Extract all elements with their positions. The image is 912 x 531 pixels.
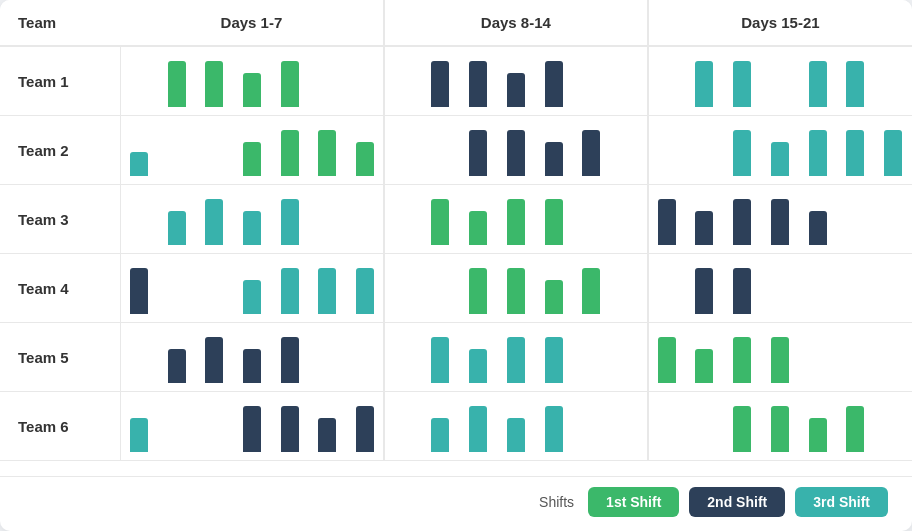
schedule-table: Team Days 1-7 Days 8-14 Days 15-21 Team … [0, 0, 912, 461]
slot-t1-d11 [497, 46, 535, 116]
shift1-button[interactable]: 1st Shift [588, 487, 679, 517]
slot-t6-d2 [158, 392, 196, 461]
slot-t6-d1 [120, 392, 158, 461]
slot-t3-d6 [309, 185, 347, 254]
slot-t6-d12 [535, 392, 573, 461]
slot-t2-d16 [686, 116, 724, 185]
slot-t6-d5 [271, 392, 309, 461]
slot-t2-d8 [384, 116, 422, 185]
slot-t5-d1 [120, 323, 158, 392]
slot-t6-d21 [874, 392, 912, 461]
slot-t5-d15 [648, 323, 686, 392]
slot-t6-d18 [761, 392, 799, 461]
slot-t6-d8 [384, 392, 422, 461]
table-row: Team 4 [0, 254, 912, 323]
slot-t1-d3 [195, 46, 233, 116]
slot-t1-d1 [120, 46, 158, 116]
slot-t2-d18 [761, 116, 799, 185]
slot-t3-d10 [459, 185, 497, 254]
slot-t6-d9 [422, 392, 460, 461]
table-row: Team 3 [0, 185, 912, 254]
slot-t1-d15 [648, 46, 686, 116]
slot-t1-d17 [723, 46, 761, 116]
slot-t3-d11 [497, 185, 535, 254]
slot-t5-d5 [271, 323, 309, 392]
slot-t2-d19 [799, 116, 837, 185]
team-label: Team 6 [0, 392, 120, 461]
slot-t5-d18 [761, 323, 799, 392]
days-1-7-header: Days 1-7 [120, 0, 384, 46]
slot-t6-d16 [686, 392, 724, 461]
slot-t4-d6 [309, 254, 347, 323]
slot-t5-d3 [195, 323, 233, 392]
slot-t3-d3 [195, 185, 233, 254]
slot-t5-d17 [723, 323, 761, 392]
slot-t4-d5 [271, 254, 309, 323]
slot-t2-d5 [271, 116, 309, 185]
slot-t1-d19 [799, 46, 837, 116]
slot-t2-d4 [233, 116, 271, 185]
slot-t2-d6 [309, 116, 347, 185]
slot-t1-d13 [572, 46, 610, 116]
schedule-card: Team Days 1-7 Days 8-14 Days 15-21 Team … [0, 0, 912, 531]
table-wrap: Team Days 1-7 Days 8-14 Days 15-21 Team … [0, 0, 912, 476]
slot-t2-d21 [874, 116, 912, 185]
slot-t2-d7 [346, 116, 384, 185]
slot-t2-d9 [422, 116, 460, 185]
slot-t4-d10 [459, 254, 497, 323]
slot-t3-d14 [610, 185, 648, 254]
slot-t3-d16 [686, 185, 724, 254]
shift2-button[interactable]: 2nd Shift [689, 487, 785, 517]
slot-t4-d14 [610, 254, 648, 323]
slot-t4-d3 [195, 254, 233, 323]
slot-t5-d7 [346, 323, 384, 392]
slot-t5-d8 [384, 323, 422, 392]
slot-t3-d19 [799, 185, 837, 254]
slot-t6-d6 [309, 392, 347, 461]
slot-t3-d9 [422, 185, 460, 254]
slot-t4-d12 [535, 254, 573, 323]
slot-t5-d14 [610, 323, 648, 392]
slot-t1-d5 [271, 46, 309, 116]
slot-t5-d20 [836, 323, 874, 392]
slot-t3-d7 [346, 185, 384, 254]
slot-t4-d11 [497, 254, 535, 323]
days-15-21-header: Days 15-21 [648, 0, 912, 46]
team-label: Team 2 [0, 116, 120, 185]
slot-t4-d8 [384, 254, 422, 323]
slot-t3-d20 [836, 185, 874, 254]
slot-t6-d14 [610, 392, 648, 461]
slot-t2-d2 [158, 116, 196, 185]
slot-t5-d21 [874, 323, 912, 392]
slot-t4-d1 [120, 254, 158, 323]
slot-t2-d20 [836, 116, 874, 185]
slot-t1-d12 [535, 46, 573, 116]
slot-t5-d11 [497, 323, 535, 392]
slot-t1-d10 [459, 46, 497, 116]
table-row: Team 5 [0, 323, 912, 392]
slot-t4-d13 [572, 254, 610, 323]
slot-t4-d15 [648, 254, 686, 323]
slot-t4-d21 [874, 254, 912, 323]
slot-t4-d7 [346, 254, 384, 323]
slot-t2-d3 [195, 116, 233, 185]
slot-t6-d20 [836, 392, 874, 461]
slot-t3-d5 [271, 185, 309, 254]
slot-t3-d13 [572, 185, 610, 254]
slot-t1-d7 [346, 46, 384, 116]
team-label: Team 1 [0, 46, 120, 116]
slot-t3-d2 [158, 185, 196, 254]
slot-t6-d15 [648, 392, 686, 461]
slot-t1-d2 [158, 46, 196, 116]
slot-t1-d8 [384, 46, 422, 116]
slot-t4-d18 [761, 254, 799, 323]
slot-t1-d4 [233, 46, 271, 116]
slot-t2-d17 [723, 116, 761, 185]
slot-t4-d9 [422, 254, 460, 323]
slot-t6-d3 [195, 392, 233, 461]
slot-t2-d13 [572, 116, 610, 185]
slot-t2-d15 [648, 116, 686, 185]
slot-t1-d14 [610, 46, 648, 116]
shift3-button[interactable]: 3rd Shift [795, 487, 888, 517]
slot-t6-d7 [346, 392, 384, 461]
